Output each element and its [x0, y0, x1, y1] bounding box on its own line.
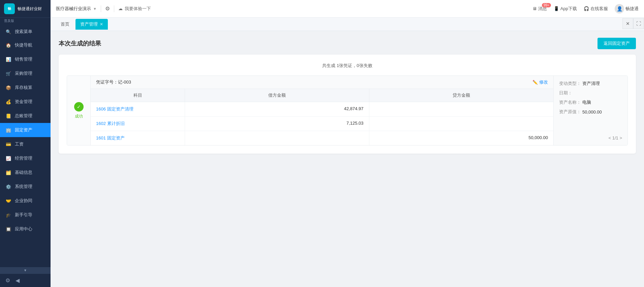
sidebar-footer: ⚙ ◀ [0, 274, 51, 287]
table-row: 1601 固定资产 50,000.00 [91, 131, 553, 145]
sidebar-search-label: 搜索菜单 [15, 29, 32, 35]
sidebar: 畅 畅捷通好业财 普及版 🔍 搜索菜单 🏠 快捷导航 📊 销售管理 🛒 采购管理… [0, 0, 51, 287]
sidebar-item-label: 总账管理 [15, 113, 32, 119]
success-icon: ✓ [74, 102, 84, 111]
project-selector[interactable]: 医疗器械行业演示 ▼ [56, 6, 97, 12]
sidebar-item-management[interactable]: 📈 经营管理 [0, 151, 51, 165]
account-cell: 1606 固定资产清理 [91, 102, 185, 116]
voucher-header-row: 凭证字号：记-003 ✏️ 修改 [91, 76, 553, 89]
change-type-label: 变动类型： [559, 81, 581, 87]
dropdown-icon: ▼ [93, 7, 97, 11]
topbar-divider [101, 5, 101, 12]
tab-asset-management[interactable]: 资产管理 ✕ [75, 19, 108, 30]
messages-button[interactable]: 🖥 消息 99+ [532, 6, 547, 12]
finance-icon: 💰 [5, 99, 11, 105]
sidebar-item-quick-nav[interactable]: 🏠 快捷导航 [0, 38, 51, 52]
sidebar-edition: 普及版 [0, 18, 51, 25]
sidebar-item-label: 工资 [15, 141, 24, 147]
side-pagination[interactable]: < 1/1 > [559, 135, 622, 140]
main-area: 医疗器械行业演示 ▼ ⚙ ☁ 我要体验一下 🖥 消息 99+ 📱 App下载 🎧… [51, 0, 644, 287]
logo-icon: 畅 [4, 3, 15, 14]
sales-icon: 📊 [5, 56, 11, 62]
result-summary: 共生成 1张凭证，0张失败 [67, 63, 628, 69]
sidebar-item-collab[interactable]: 🤝 企业协同 [0, 194, 51, 208]
sidebar-item-guide[interactable]: 🎓 新手引导 [0, 208, 51, 222]
home-icon: 🏠 [5, 42, 11, 48]
sidebar-item-app-center[interactable]: 🔲 应用中心 [0, 222, 51, 236]
tab-home[interactable]: 首页 [56, 19, 74, 30]
search-icon: 🔍 [5, 29, 11, 35]
topbar-right: 🖥 消息 99+ 📱 App下载 🎧 在线客服 👤 畅捷通 [532, 4, 639, 13]
success-text: 成功 [75, 114, 83, 119]
tab-close-icon[interactable]: ✕ [100, 22, 103, 27]
phone-icon: 📱 [554, 6, 559, 11]
sidebar-item-finance[interactable]: 💰 资金管理 [0, 95, 51, 109]
edit-label: 修改 [539, 79, 548, 85]
settings-icon[interactable]: ⚙ [105, 5, 110, 12]
sidebar-settings-icon[interactable]: ⚙ [5, 277, 10, 284]
page-title: 本次生成的结果 [59, 39, 101, 47]
close-panel-button[interactable]: ✕ [622, 18, 633, 29]
debit-cell [185, 131, 369, 145]
sidebar-item-ledger[interactable]: 📒 总账管理 [0, 109, 51, 123]
management-icon: 📈 [5, 155, 11, 161]
logo-text: 畅捷通好业财 [18, 6, 42, 12]
col-credit: 贷方金额 [369, 89, 554, 102]
sidebar-item-purchase[interactable]: 🛒 采购管理 [0, 66, 51, 81]
experience-button[interactable]: ☁ 我要体验一下 [118, 6, 151, 12]
avatar: 👤 [615, 4, 624, 13]
expand-panel-button[interactable]: ⛶ [633, 18, 644, 29]
sidebar-item-label: 库存核算 [15, 85, 32, 91]
experience-label: 我要体验一下 [125, 6, 151, 12]
success-indicator: ✓ 成功 [67, 76, 91, 145]
sidebar-item-label: 基础信息 [15, 169, 32, 176]
asset-value-value: 50,000.00 [582, 109, 602, 115]
voucher-block: ✓ 成功 凭证字号：记-003 ✏️ 修改 科目 借方金额 [67, 75, 628, 146]
sidebar-item-payroll[interactable]: 💳 工资 [0, 137, 51, 151]
asset-name-label: 资产名称： [559, 99, 581, 105]
topbar-divider2 [114, 5, 114, 12]
account-cell: 1602 累计折旧 [91, 117, 185, 131]
user-menu[interactable]: 👤 畅捷通 [615, 4, 639, 13]
edit-icon: ✏️ [532, 80, 538, 85]
sidebar-item-system[interactable]: ⚙️ 系统管理 [0, 180, 51, 194]
sidebar-item-label: 经营管理 [15, 155, 32, 161]
asset-value-label: 资产原值： [559, 109, 581, 115]
app-download-button[interactable]: 📱 App下载 [554, 6, 577, 12]
message-icon: 🖥 [532, 6, 537, 11]
sidebar-item-label: 系统管理 [15, 184, 32, 190]
app-download-label: App下载 [560, 6, 577, 12]
return-button[interactable]: 返回固定资产 [597, 38, 636, 49]
date-row: 日期： [559, 90, 622, 96]
page-content: 本次生成的结果 返回固定资产 共生成 1张凭证，0张失败 ✓ 成功 凭证字号：记… [51, 31, 644, 287]
panel-controls: ✕ ⛶ [622, 18, 644, 29]
ledger-icon: 📒 [5, 113, 11, 119]
sidebar-item-inventory[interactable]: 📦 库存核算 [0, 81, 51, 95]
sidebar-collapse-icon[interactable]: ◀ [16, 277, 20, 284]
project-name: 医疗器械行业演示 [56, 6, 91, 12]
fixed-assets-icon: 🏢 [5, 127, 11, 133]
asset-name-row: 资产名称： 电脑 [559, 99, 622, 105]
result-card: 共生成 1张凭证，0张失败 ✓ 成功 凭证字号：记-003 ✏️ 修改 [59, 55, 636, 154]
tab-asset-label: 资产管理 [80, 21, 98, 27]
cloud-icon: ☁ [118, 6, 123, 11]
sidebar-scroll-down[interactable]: ▼ [0, 267, 51, 274]
sidebar-item-basic-info[interactable]: 🗂️ 基础信息 [0, 165, 51, 180]
basic-info-icon: 🗂️ [5, 169, 11, 176]
purchase-icon: 🛒 [5, 70, 11, 76]
online-service-button[interactable]: 🎧 在线客服 [584, 6, 608, 12]
system-icon: ⚙️ [5, 184, 11, 190]
sidebar-item-label: 销售管理 [15, 56, 32, 62]
edit-voucher-button[interactable]: ✏️ 修改 [532, 79, 548, 85]
sidebar-scroll: 🔍 搜索菜单 🏠 快捷导航 📊 销售管理 🛒 采购管理 📦 库存核算 💰 资金管… [0, 25, 51, 267]
sidebar-item-sales[interactable]: 📊 销售管理 [0, 52, 51, 66]
inventory-icon: 📦 [5, 85, 11, 91]
sidebar-item-search[interactable]: 🔍 搜索菜单 [0, 25, 51, 38]
date-label: 日期： [559, 90, 572, 96]
table-row: 1606 固定资产清理 42,874.97 [91, 102, 553, 117]
headset-icon: 🎧 [584, 6, 589, 11]
sidebar-item-fixed-assets[interactable]: 🏢 固定资产 [0, 123, 51, 137]
sidebar-item-label: 资金管理 [15, 99, 32, 105]
sidebar-header: 畅 畅捷通好业财 [0, 0, 51, 18]
payroll-icon: 💳 [5, 141, 11, 147]
